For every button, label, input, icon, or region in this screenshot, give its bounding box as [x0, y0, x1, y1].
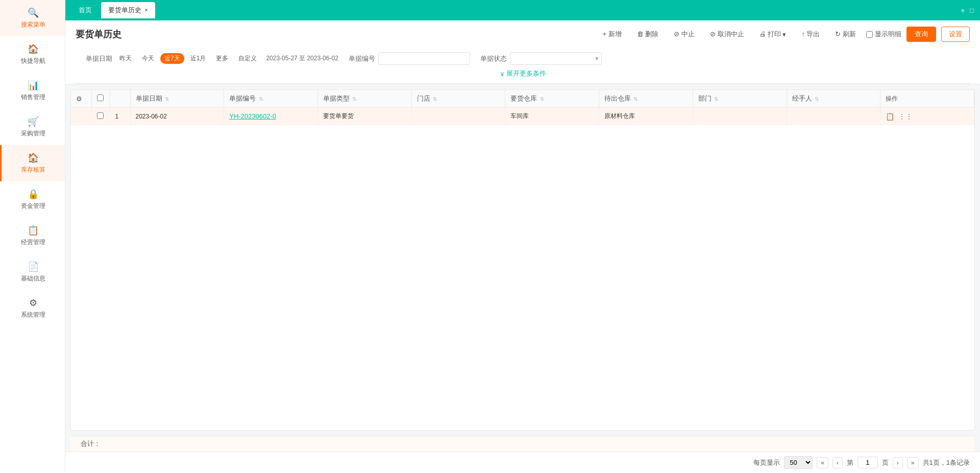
prev-page-button[interactable]: ‹ — [832, 457, 843, 468]
print-dropdown-icon[interactable]: ▾ — [782, 31, 786, 38]
col-checkbox — [91, 90, 110, 108]
col-pending-warehouse: 待出仓库 ⇅ — [599, 90, 693, 108]
export-button[interactable]: ↑ 导出 — [796, 27, 825, 41]
row-store-cell — [411, 108, 505, 125]
first-page-button[interactable]: « — [817, 457, 828, 468]
sort-store-icon[interactable]: ⇅ — [433, 96, 437, 102]
tab-active[interactable]: 要货单历史 × — [101, 2, 155, 18]
display-detail-toggle[interactable]: 显示明细 — [866, 30, 901, 39]
date-shortcut-更多[interactable]: 更多 — [212, 53, 232, 64]
status-select-wrapper: ▾ — [510, 52, 602, 65]
query-button[interactable]: 查询 — [906, 27, 936, 42]
date-shortcut-自定义[interactable]: 自定义 — [234, 53, 261, 64]
sort-req-warehouse-icon[interactable]: ⇅ — [540, 96, 544, 102]
sidebar-item-search-menu[interactable]: 🔍 搜索菜单 — [0, 0, 65, 36]
row-checkbox-cell — [91, 108, 110, 125]
new-button[interactable]: + 新增 — [598, 27, 627, 41]
stop-button[interactable]: ⊘ 中止 — [669, 27, 700, 41]
delete-button[interactable]: 🗑 删除 — [632, 27, 664, 41]
sort-department-icon[interactable]: ⇅ — [714, 96, 718, 102]
date-shortcut-近1月[interactable]: 近1月 — [186, 53, 210, 64]
sidebar-label-quick-nav: 快捷导航 — [21, 57, 45, 65]
col-pending-warehouse-label: 待出仓库 — [604, 94, 631, 102]
row-edit-icon[interactable]: 📋 — [886, 112, 894, 121]
sort-pending-warehouse-icon[interactable]: ⇅ — [633, 96, 638, 102]
page-title: 要货单历史 — [76, 28, 121, 40]
sidebar-item-purchase[interactable]: 🛒 采购管理 — [0, 109, 65, 145]
col-bill-no-label: 单据编号 — [229, 94, 256, 102]
bill-no-input[interactable] — [378, 52, 470, 65]
settings-icon[interactable]: ⚙ — [76, 95, 82, 103]
tab-home[interactable]: 首页 — [71, 2, 99, 18]
row-no-cell: 1 — [110, 108, 130, 125]
filter-area: 单据日期 昨天今天近7天近1月更多自定义 2023-05-27 至 2023-0… — [76, 47, 970, 84]
setting-button[interactable]: 设置 — [941, 27, 970, 42]
window-close-icon[interactable]: × — [961, 7, 965, 14]
col-handler-label: 经手人 — [792, 94, 812, 102]
col-bill-type-label: 单据类型 — [323, 94, 350, 102]
tab-active-label: 要货单历史 — [108, 6, 141, 15]
status-label: 单据状态 — [480, 54, 507, 63]
print-button[interactable]: 🖨 打印 ▾ — [754, 27, 792, 41]
main-area: 首页 要货单历史 × × □ 要货单历史 + 新增 🗑 删除 ⊘ 中止 ⊘ 取消… — [65, 0, 980, 473]
sidebar-label-system: 系统管理 — [21, 311, 45, 319]
per-page-select[interactable]: 50 100 — [784, 456, 813, 469]
row-checkbox[interactable] — [97, 112, 104, 119]
expand-filter-btn[interactable]: ∨ 展开更多条件 — [500, 69, 546, 78]
col-settings: ⚙ — [71, 90, 91, 108]
table-header-row: ⚙ 单据日期 ⇅ 单据编号 ⇅ — [71, 90, 974, 108]
total-records-label: 共1页，1条记录 — [923, 458, 970, 467]
sidebar-label-inventory: 库存核算 — [21, 165, 45, 174]
cancel-stop-button[interactable]: ⊘ 取消中止 — [705, 27, 749, 41]
sidebar-item-quick-nav[interactable]: 🏠 快捷导航 — [0, 36, 65, 73]
sidebar-icon-quick-nav: 🏠 — [28, 43, 39, 55]
row-pending-warehouse-cell: 原材料仓库 — [599, 108, 693, 125]
page-header: 要货单历史 + 新增 🗑 删除 ⊘ 中止 ⊘ 取消中止 🖨 打印 ▾ ↑ 导出 … — [65, 20, 980, 84]
sidebar: 🔍 搜索菜单🏠 快捷导航📊 销售管理🛒 采购管理🏠 库存核算🔒 资金管理📋 经营… — [0, 0, 65, 473]
sort-bill-no-icon[interactable]: ⇅ — [259, 96, 263, 102]
col-bill-type: 单据类型 ⇅ — [317, 90, 411, 108]
date-filter-label: 单据日期 — [86, 54, 112, 63]
window-maximize-icon[interactable]: □ — [970, 7, 974, 14]
date-shortcut-近7天[interactable]: 近7天 — [160, 53, 184, 64]
row-date-cell: 2023-06-02 — [130, 108, 224, 125]
row-more-icon[interactable]: ⋮⋮ — [898, 112, 913, 121]
col-department-label: 部门 — [698, 94, 712, 102]
pagination-bar: 每页显示 50 100 « ‹ 第 页 › » 共1页，1条记录 — [65, 452, 980, 473]
filter-date-group: 单据日期 昨天今天近7天近1月更多自定义 2023-05-27 至 2023-0… — [86, 53, 338, 64]
sidebar-item-system[interactable]: ⚙ 系统管理 — [0, 290, 65, 326]
sidebar-label-sales: 销售管理 — [21, 93, 45, 102]
page-input[interactable] — [857, 457, 878, 468]
display-detail-checkbox[interactable] — [866, 31, 873, 38]
page-label: 第 — [847, 458, 853, 467]
sidebar-item-operation[interactable]: 📋 经营管理 — [0, 218, 65, 254]
sidebar-item-basic-info[interactable]: 📄 基础信息 — [0, 254, 65, 290]
sidebar-item-inventory[interactable]: 🏠 库存核算 — [0, 145, 65, 181]
refresh-button[interactable]: ↻ 刷新 — [830, 27, 861, 41]
col-date: 单据日期 ⇅ — [130, 90, 224, 108]
expand-label: 展开更多条件 — [506, 69, 546, 78]
display-detail-label: 显示明细 — [875, 30, 901, 39]
sidebar-item-finance[interactable]: 🔒 资金管理 — [0, 181, 65, 218]
row-settings-cell — [71, 108, 91, 125]
bill-no-label: 单据编号 — [349, 54, 375, 63]
sidebar-item-sales[interactable]: 📊 销售管理 — [0, 73, 65, 109]
date-shortcut-今天[interactable]: 今天 — [138, 53, 158, 64]
last-page-button[interactable]: » — [907, 457, 919, 468]
sidebar-icon-basic-info: 📄 — [28, 261, 39, 272]
table-footer: 合计： — [70, 436, 975, 452]
sort-date-icon[interactable]: ⇅ — [165, 96, 169, 102]
next-page-button[interactable]: › — [893, 457, 903, 468]
row-bill-no-cell: YH-20230602-0 — [224, 108, 318, 125]
sidebar-icon-inventory: 🏠 — [28, 152, 39, 163]
sort-handler-icon[interactable]: ⇅ — [815, 96, 819, 102]
col-store: 门店 ⇅ — [411, 90, 505, 108]
status-select[interactable] — [510, 52, 602, 65]
sort-bill-type-icon[interactable]: ⇅ — [352, 96, 356, 102]
select-all-checkbox[interactable] — [97, 94, 104, 101]
tab-close-icon[interactable]: × — [144, 7, 148, 14]
date-shortcut-昨天[interactable]: 昨天 — [115, 53, 136, 64]
row-bill-no-link[interactable]: YH-20230602-0 — [229, 112, 276, 120]
sidebar-label-search-menu: 搜索菜单 — [21, 20, 45, 29]
row-bill-type-cell: 要货单要货 — [317, 108, 411, 125]
